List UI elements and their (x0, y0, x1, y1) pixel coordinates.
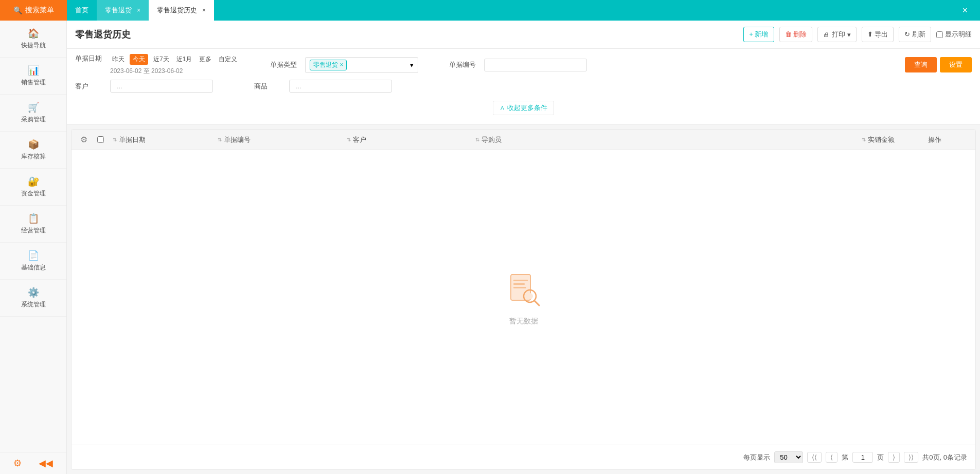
sidebar-item-quick-nav[interactable]: 🏠 快捷导航 (0, 21, 66, 58)
tab-home[interactable]: 首页 (67, 0, 97, 21)
th-date-sort-icon: ⇅ (113, 137, 117, 142)
inventory-icon: 📦 (28, 139, 39, 150)
th-date-label: 单据日期 (119, 135, 146, 144)
th-date[interactable]: ⇅ 单据日期 (109, 135, 213, 144)
sidebar-item-operations[interactable]: 📋 经营管理 (0, 206, 66, 243)
page-label: 第 (842, 453, 848, 462)
page-title-row: 零售退货历史 + 新增 🗑 删除 🖨 打印 ▾ ⬆ 导出 (75, 27, 972, 42)
page-title: 零售退货历史 (75, 28, 131, 41)
search-icon: 🔍 (13, 6, 22, 14)
type-filter-group: 单据类型 零售退货 × ▾ (270, 57, 418, 73)
date-option-today[interactable]: 今天 (130, 54, 148, 65)
top-bar-right: × (958, 3, 980, 18)
svg-point-6 (527, 293, 533, 299)
date-filter-group: 单据日期 昨天 今天 近7天 近1月 更多 自定义 2023-06-02 至 2… (75, 54, 239, 76)
filter-actions: ∧ 收起更多条件 (75, 97, 972, 119)
finance-icon: 🔐 (28, 176, 39, 187)
print-button[interactable]: 🖨 打印 ▾ (817, 27, 857, 42)
customer-filter-input[interactable]: ... (110, 80, 213, 93)
tab-retail-return[interactable]: 零售退货 × (97, 0, 149, 21)
tab-area: 首页 零售退货 × 零售退货历史 × (67, 0, 958, 21)
sidebar-item-finance[interactable]: 🔐 资金管理 (0, 169, 66, 206)
refresh-button[interactable]: ↻ 刷新 (899, 27, 931, 42)
tab-retail-return-history-close[interactable]: × (202, 7, 206, 14)
delete-button[interactable]: 🗑 删除 (779, 27, 813, 42)
date-option-7days[interactable]: 近7天 (151, 54, 171, 65)
date-option-1month[interactable]: 近1月 (174, 54, 194, 65)
basic-info-icon: 📄 (28, 250, 39, 261)
th-customer-label: 客户 (353, 135, 366, 144)
sidebar: 🏠 快捷导航 📊 销售管理 🛒 采购管理 📦 库存核算 🔐 资金管理 📋 经营管… (0, 21, 67, 474)
system-mgmt-icon: ⚙️ (28, 287, 39, 298)
tab-retail-return-close[interactable]: × (137, 7, 140, 14)
filter-row-1: 单据日期 昨天 今天 近7天 近1月 更多 自定义 2023-06-02 至 2… (75, 54, 972, 76)
th-guide-sort-icon: ⇅ (475, 137, 479, 142)
date-option-yesterday[interactable]: 昨天 (110, 54, 127, 65)
show-detail-option[interactable]: 显示明细 (936, 30, 972, 39)
customer-filter-group: 客户 ... (75, 80, 213, 93)
type-filter-select[interactable]: 零售退货 × ▾ (305, 57, 418, 73)
th-no-sort-icon: ⇅ (218, 137, 222, 142)
export-button[interactable]: ⬆ 导出 (862, 27, 894, 42)
page-input[interactable] (852, 452, 873, 463)
th-customer[interactable]: ⇅ 客户 (343, 135, 472, 144)
type-filter-tag-close[interactable]: × (340, 61, 343, 68)
print-button-label: 🖨 打印 (823, 30, 845, 39)
sidebar-item-inventory[interactable]: 📦 库存核算 (0, 132, 66, 169)
date-option-custom[interactable]: 自定义 (217, 54, 239, 65)
search-menu-btn[interactable]: 🔍 搜索菜单 (0, 0, 67, 21)
settings-btn[interactable]: ⚙ (13, 458, 22, 469)
query-button[interactable]: 查询 (905, 57, 937, 72)
sidebar-bottom: ⚙ ◀◀ (0, 452, 66, 474)
new-button[interactable]: + 新增 (743, 27, 774, 42)
sidebar-item-system-mgmt[interactable]: ⚙️ 系统管理 (0, 280, 66, 317)
first-page-btn[interactable]: ⟨⟨ (807, 452, 822, 463)
voucher-filter-input[interactable] (484, 59, 587, 71)
date-range-display: 2023-06-02 至 2023-06-02 (110, 67, 239, 76)
next-page-btn[interactable]: ⟩ (888, 452, 900, 463)
select-all-checkbox[interactable] (97, 136, 104, 143)
purchase-mgmt-icon: 🛒 (28, 102, 39, 113)
sidebar-item-basic-info[interactable]: 📄 基础信息 (0, 243, 66, 280)
volume-btn[interactable]: ◀◀ (39, 458, 53, 469)
show-detail-checkbox[interactable] (936, 31, 943, 38)
filter-settings-button[interactable]: 设置 (940, 57, 972, 72)
quick-nav-icon: 🏠 (28, 28, 39, 39)
table-header: ⚙ ⇅ 单据日期 ⇅ 单据编号 ⇅ 客户 ⇅ 导购员 (72, 130, 975, 150)
goods-filter-group: 商品 ... (254, 80, 392, 93)
date-filter-options-wrapper: 昨天 今天 近7天 近1月 更多 自定义 2023-06-02 至 2023-0… (110, 54, 239, 76)
sidebar-item-finance-label: 资金管理 (21, 189, 46, 198)
th-guide-label: 导购员 (482, 135, 502, 144)
last-page-btn[interactable]: ⟩⟩ (904, 452, 918, 463)
tab-retail-return-history[interactable]: 零售退货历史 × (149, 0, 214, 21)
window-close-btn[interactable]: × (958, 3, 972, 18)
export-button-label: ⬆ 导出 (867, 30, 888, 39)
sidebar-item-sales-mgmt-label: 销售管理 (21, 78, 46, 87)
goods-filter-input[interactable]: ... (289, 80, 392, 93)
svg-line-5 (534, 301, 539, 305)
th-amount[interactable]: ⇅ 实销金额 (826, 135, 899, 144)
voucher-filter-group: 单据编号 (449, 59, 587, 71)
th-customer-sort-icon: ⇅ (347, 137, 351, 142)
type-filter-value: 零售退货 (313, 61, 338, 69)
customer-placeholder: ... (117, 82, 122, 90)
sidebar-item-purchase-mgmt[interactable]: 🛒 采购管理 (0, 95, 66, 132)
page-size-select[interactable]: 50 100 200 (774, 451, 803, 463)
th-guide[interactable]: ⇅ 导购员 (471, 135, 576, 144)
prev-page-btn[interactable]: ⟨ (826, 452, 838, 463)
search-menu-label: 搜索菜单 (25, 6, 54, 15)
pagination: 每页显示 50 100 200 ⟨⟨ ⟨ 第 页 ⟩ ⟩⟩ 共0页, 0条记录 (72, 445, 975, 469)
type-filter-label: 单据类型 (270, 60, 301, 69)
svg-rect-1 (513, 280, 528, 281)
th-no[interactable]: ⇅ 单据编号 (213, 135, 343, 144)
tab-retail-return-label: 零售退货 (105, 6, 132, 15)
sidebar-item-sales-mgmt[interactable]: 📊 销售管理 (0, 58, 66, 95)
date-option-more[interactable]: 更多 (197, 54, 213, 65)
action-buttons: 查询 设置 (905, 57, 972, 72)
th-settings-icon[interactable]: ⚙ (76, 135, 92, 144)
th-checkbox[interactable] (92, 136, 109, 143)
th-no-label: 单据编号 (224, 135, 251, 144)
total-text: 共0页, 0条记录 (922, 453, 967, 462)
collapse-filter-button[interactable]: ∧ 收起更多条件 (493, 101, 554, 115)
svg-rect-3 (513, 287, 526, 288)
